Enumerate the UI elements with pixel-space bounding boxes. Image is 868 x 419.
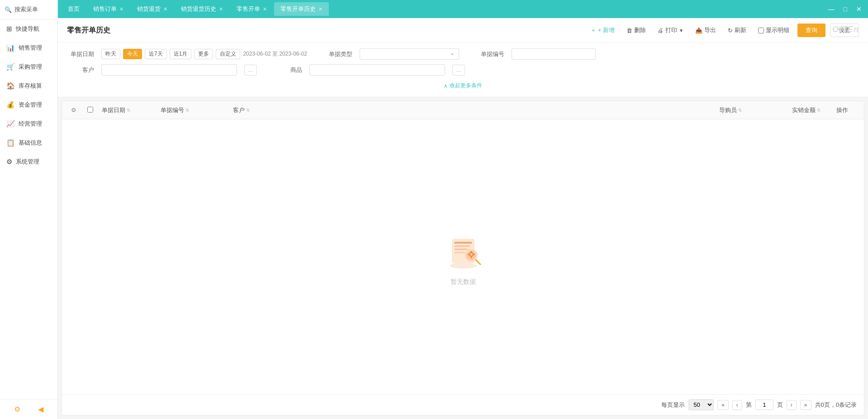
sidebar-item-label: 资金管理 (19, 101, 42, 109)
col-action: 操作 (824, 106, 860, 114)
sidebar-search[interactable]: 🔍 搜索采单 (0, 0, 57, 19)
sidebar-item-basic-info[interactable]: 📋 基础信息 (0, 133, 57, 152)
finance-icon: 💰 (6, 101, 15, 109)
date-group: 昨天 今天 近7天 近1月 更多 自定义 2023-06-02 至 2023-0… (101, 49, 307, 59)
col-guide[interactable]: 导购员 ⇅ (716, 106, 770, 114)
tab-retail-open-label: 零售开单 (237, 5, 260, 13)
delete-label: 删除 (634, 26, 646, 34)
checkbox-all[interactable] (87, 107, 93, 113)
sidebar-item-operations[interactable]: 📈 经营管理 (0, 114, 57, 133)
tab-retail-history-close[interactable]: ✕ (318, 6, 323, 12)
display-detail-checkbox[interactable] (758, 28, 764, 33)
query-button[interactable]: 查询 (797, 24, 825, 37)
tab-retail-history-label: 零售开单历史 (280, 5, 316, 13)
col-no-sort: ⇅ (185, 108, 189, 113)
print-button[interactable]: 🖨 打印 ▼ (654, 24, 687, 36)
goods-input[interactable] (309, 64, 445, 75)
goods-ellipsis-btn[interactable]: ... (452, 65, 465, 75)
per-page-select[interactable]: 50 10 20 100 (688, 399, 714, 410)
col-amount-sort: ⇅ (817, 108, 821, 113)
maximize-btn[interactable]: □ (841, 5, 850, 14)
col-date[interactable]: 单据日期 ⇅ (98, 106, 157, 114)
prev-page-btn[interactable]: ‹ (732, 400, 742, 410)
tab-sales-return-close[interactable]: ✕ (163, 6, 167, 12)
tab-retail-open-close[interactable]: ✕ (263, 6, 267, 12)
refresh-button[interactable]: ↻ 刷新 (724, 24, 750, 36)
customer-ellipsis-btn[interactable]: ... (244, 65, 257, 75)
filter-row-2: 客户 ... 商品 ... (67, 64, 859, 75)
svg-rect-4 (454, 249, 468, 250)
page-input[interactable]: 1 (755, 400, 773, 410)
settings-button[interactable]: 设置 (830, 24, 859, 37)
col-amount-label: 实销金额 (792, 106, 816, 114)
table-header: ⚙ 单据日期 ⇅ 单据编号 ⇅ 客户 ⇅ 导购员 ⇅ (62, 101, 864, 119)
no-input[interactable] (512, 48, 596, 60)
tab-sales-order-close[interactable]: ✕ (119, 6, 123, 12)
today-btn[interactable]: 今天 (123, 49, 142, 59)
select-all-checkbox[interactable] (82, 107, 98, 114)
sidebar-item-sales-mgmt[interactable]: 📊 销售管理 (0, 38, 57, 57)
sidebar-item-purchase-mgmt[interactable]: 🛒 采购管理 (0, 57, 57, 76)
tab-sales-return-history-label: 销货退货历史 (181, 5, 216, 13)
tab-sales-order-label: 销售订单 (93, 5, 117, 13)
quick-nav-icon: ⊞ (6, 25, 12, 33)
customer-label: 客户 (67, 66, 94, 74)
sidebar-item-quick-nav[interactable]: ⊞ 快捷导航 (0, 19, 57, 38)
month-btn[interactable]: 近1月 (170, 49, 192, 59)
collapse-label: 收起更多条件 (450, 82, 482, 89)
display-detail-button[interactable]: 显示明细 (754, 24, 793, 36)
tab-sales-return-history[interactable]: 销货退货历史 ✕ (175, 2, 229, 16)
col-amount[interactable]: 实销金额 ⇅ (770, 106, 824, 114)
next-page-btn[interactable]: › (787, 400, 797, 410)
close-btn[interactable]: ✕ (854, 5, 864, 14)
inventory-icon: 🏠 (6, 82, 15, 90)
tab-retail-open[interactable]: 零售开单 ✕ (230, 2, 273, 16)
window-controls: — □ ✕ (825, 5, 864, 14)
sidebar-item-system[interactable]: ⚙ 系统管理 (0, 152, 57, 171)
footer-settings-btn[interactable]: ⚙ (14, 405, 20, 414)
svg-rect-5 (454, 252, 465, 253)
custom-btn[interactable]: 自定义 (216, 49, 240, 59)
page-label: 第 (746, 401, 752, 409)
date-label: 单据日期 (67, 50, 94, 58)
svg-rect-3 (454, 245, 470, 247)
tab-sales-order[interactable]: 销售订单 ✕ (87, 2, 130, 16)
last-page-btn[interactable]: » (800, 400, 811, 410)
col-no-label: 单据编号 (161, 106, 184, 114)
type-select[interactable] (360, 48, 459, 60)
total-info: 共0页，0条记录 (815, 401, 857, 409)
search-icon: 🔍 (5, 6, 12, 13)
sidebar-item-label: 经营管理 (19, 120, 42, 128)
sidebar-menu: ⊞ 快捷导航 📊 销售管理 🛒 采购管理 🏠 库存核算 💰 资金管理 📈 经营管… (0, 19, 57, 399)
customer-input[interactable] (101, 64, 237, 75)
add-button[interactable]: ＋ + 新增 (587, 24, 618, 36)
tab-sales-return-history-close[interactable]: ✕ (219, 6, 223, 12)
svg-point-0 (450, 263, 477, 268)
tab-sales-return[interactable]: 销货退货 ✕ (131, 2, 174, 16)
collapse-row[interactable]: ∧ 收起更多条件 (67, 80, 859, 91)
collapse-icon: ∧ (444, 83, 448, 89)
minimize-btn[interactable]: — (825, 5, 837, 14)
sidebar-item-inventory[interactable]: 🏠 库存核算 (0, 76, 57, 95)
refresh-icon: ↻ (728, 27, 733, 34)
tab-retail-history[interactable]: 零售开单历史 ✕ (274, 2, 329, 16)
table-area: ⚙ 单据日期 ⇅ 单据编号 ⇅ 客户 ⇅ 导购员 ⇅ (62, 101, 864, 415)
sidebar-item-label: 库存核算 (19, 82, 42, 90)
yesterday-btn[interactable]: 昨天 (101, 49, 120, 59)
column-settings-icon[interactable]: ⚙ (66, 107, 82, 113)
first-page-btn[interactable]: « (717, 400, 729, 410)
more-btn[interactable]: 更多 (194, 49, 213, 59)
footer-collapse-btn[interactable]: ◀ (38, 405, 43, 414)
type-label: 单据类型 (325, 50, 352, 58)
col-customer[interactable]: 客户 ⇅ (229, 106, 716, 114)
export-button[interactable]: 📤 导出 (692, 24, 720, 36)
delete-button[interactable]: 🗑 删除 (623, 24, 650, 36)
sidebar-item-finance[interactable]: 💰 资金管理 (0, 95, 57, 114)
add-label: + 新增 (598, 26, 615, 34)
top-nav: 首页 销售订单 ✕ 销货退货 ✕ 销货退货历史 ✕ 零售开单 ✕ 零售开单历史 … (58, 0, 868, 18)
empty-state: 暂无数据 (62, 119, 864, 394)
sales-mgmt-icon: 📊 (6, 44, 15, 52)
tab-home[interactable]: 首页 (62, 2, 86, 16)
col-no[interactable]: 单据编号 ⇅ (157, 106, 229, 114)
week-btn[interactable]: 近7天 (145, 49, 167, 59)
